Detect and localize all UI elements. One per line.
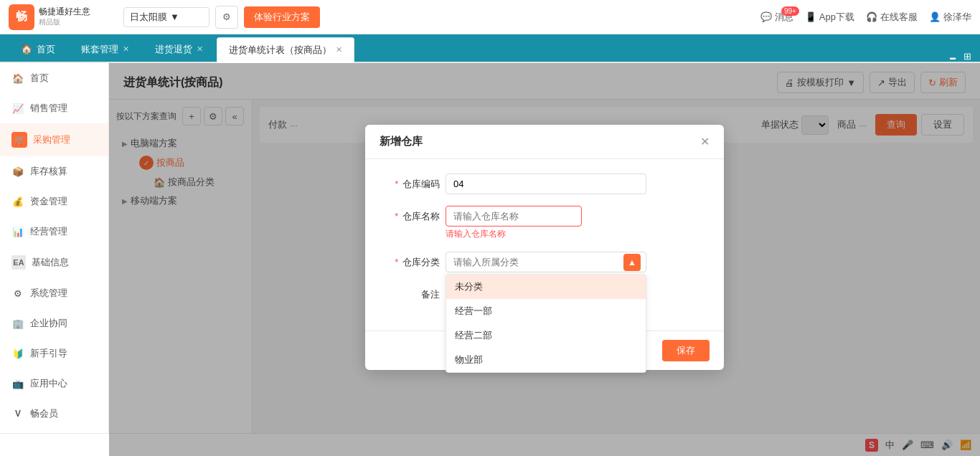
tab-accounts-label: 账套管理: [81, 43, 118, 56]
sidebar-item-inventory[interactable]: 📦 库存核算: [0, 156, 108, 186]
modal-body: * 仓库编码 * 仓库名称 请输入仓库名称: [365, 159, 724, 331]
note-label: 备注: [382, 284, 440, 301]
trial-button[interactable]: 体验行业方案: [244, 6, 320, 28]
name-label: * 仓库名称: [382, 206, 440, 223]
store-selector[interactable]: 日太阳膜 ▼: [123, 7, 209, 27]
sidebar: 🏠 首页 📈 销售管理 🛒 采购管理 📦 库存核算 💰 资金管理 📊 经营管理 …: [0, 63, 109, 456]
category-toggle-button[interactable]: ▲: [623, 253, 641, 270]
tab-purchase-return-close[interactable]: ✕: [197, 44, 203, 54]
tab-purchase-return-label: 进货退货: [155, 43, 192, 56]
tab-purchase-stats-label: 进货单统计表（按商品）: [229, 44, 331, 57]
sidebar-item-apps[interactable]: 📺 应用中心: [0, 369, 108, 399]
sidebar-item-basic[interactable]: EA 基础信息: [0, 247, 108, 278]
sidebar-item-collab[interactable]: 🏢 企业协同: [0, 308, 108, 338]
code-label: * 仓库编码: [382, 174, 440, 191]
form-row-category: * 仓库分类 ▲ 未分类 经营一部 经营二部 物业部: [382, 252, 707, 272]
content-area: 进货单统计(按商品) 🖨 按模板打印 ▼ ↗ 导出 ↻ 刷新: [109, 63, 980, 456]
vip-icon: V: [11, 407, 24, 420]
sidebar-label-operation: 经营管理: [30, 225, 67, 238]
collab-icon: 🏢: [11, 317, 24, 330]
modal-title: 新增仓库: [380, 135, 423, 148]
purchase-icon: 🛒: [11, 132, 27, 148]
home-icon: 🏠: [21, 44, 32, 54]
user-icon: 👤: [929, 11, 941, 22]
form-row-name: * 仓库名称 请输入仓库名称: [382, 206, 707, 240]
tab-actions: 🗕 ⊞: [948, 51, 971, 62]
dropdown-item-0[interactable]: 未分类: [446, 275, 646, 299]
sidebar-item-purchase[interactable]: 🛒 采购管理: [0, 123, 108, 156]
save-button[interactable]: 保存: [662, 340, 710, 361]
logo-sub: 精品版: [39, 17, 90, 27]
sidebar-label-purchase: 采购管理: [33, 133, 70, 146]
message-button[interactable]: 💬 消息 99+: [760, 11, 793, 24]
tab-action-minimize[interactable]: 🗕: [948, 51, 958, 62]
dropdown-item-3[interactable]: 物业部: [446, 348, 646, 372]
dropdown-item-1[interactable]: 经营一部: [446, 299, 646, 323]
warehouse-code-input[interactable]: [446, 174, 646, 194]
tab-purchase-stats-close[interactable]: ✕: [336, 45, 342, 54]
message-icon: 💬: [760, 11, 772, 22]
tab-bar: 🏠 首页 账套管理 ✕ 进货退货 ✕ 进货单统计表（按商品） ✕ 🗕 ⊞: [0, 34, 980, 63]
tab-action-expand[interactable]: ⊞: [963, 51, 971, 62]
app-download-button[interactable]: 📱 App下载: [805, 11, 854, 24]
top-right-area: 💬 消息 99+ 📱 App下载 🎧 在线客服 👤 徐泽华: [760, 11, 971, 24]
sidebar-label-home: 首页: [30, 72, 49, 85]
phone-icon: 📱: [805, 11, 816, 22]
user-profile-button[interactable]: 👤 徐泽华: [929, 11, 971, 24]
tab-home[interactable]: 🏠 首页: [9, 36, 67, 62]
sidebar-label-basic: 基础信息: [32, 256, 69, 269]
sidebar-label-apps: 应用中心: [30, 377, 67, 390]
tab-home-label: 首页: [37, 43, 55, 56]
sidebar-item-guide[interactable]: 🔰 新手引导: [0, 338, 108, 369]
logo-area: 畅 畅捷通好生意 精品版: [9, 4, 118, 30]
category-input[interactable]: [446, 252, 646, 272]
sidebar-label-collab: 企业协同: [30, 317, 67, 330]
warehouse-name-input[interactable]: [446, 206, 582, 227]
category-dropdown: 未分类 经营一部 经营二部 物业部: [446, 274, 646, 373]
dropdown-item-2[interactable]: 经营二部: [446, 323, 646, 348]
sidebar-item-finance[interactable]: 💰 资金管理: [0, 186, 108, 217]
top-navbar: 畅 畅捷通好生意 精品版 日太阳膜 ▼ ⚙ 体验行业方案 💬 消息 99+ 📱 …: [0, 0, 980, 34]
basic-info-icon: EA: [11, 255, 26, 270]
headset-icon: 🎧: [866, 11, 877, 22]
sidebar-label-system: 系统管理: [30, 287, 67, 300]
sidebar-label-vip: 畅会员: [30, 407, 58, 420]
name-error-msg: 请输入仓库名称: [446, 228, 707, 240]
sidebar-item-system[interactable]: ⚙ 系统管理: [0, 278, 108, 308]
sidebar-item-operation[interactable]: 📊 经营管理: [0, 217, 108, 247]
store-name: 日太阳膜: [130, 11, 167, 24]
finance-icon: 💰: [11, 195, 24, 208]
tab-accounts[interactable]: 账套管理 ✕: [69, 36, 141, 62]
home-icon: 🏠: [11, 72, 24, 85]
settings-button[interactable]: ⚙: [215, 6, 238, 29]
sidebar-label-finance: 资金管理: [30, 195, 67, 208]
sidebar-item-home[interactable]: 🏠 首页: [0, 63, 108, 93]
tab-purchase-return[interactable]: 进货退货 ✕: [143, 36, 215, 62]
modal-header: 新增仓库 ✕: [365, 125, 724, 159]
operation-icon: 📊: [11, 225, 24, 238]
sidebar-label-guide: 新手引导: [30, 347, 67, 360]
logo-text: 畅捷通好生意: [39, 6, 90, 18]
sidebar-item-vip[interactable]: V 畅会员: [0, 399, 108, 429]
category-label: * 仓库分类: [382, 252, 440, 269]
message-badge: 99+: [781, 6, 799, 16]
add-warehouse-modal: 新增仓库 ✕ * 仓库编码 * 仓库名称: [365, 125, 724, 370]
apps-icon: 📺: [11, 377, 24, 390]
modal-close-button[interactable]: ✕: [700, 135, 710, 148]
tab-accounts-close[interactable]: ✕: [123, 44, 129, 54]
sidebar-label-inventory: 库存核算: [30, 165, 67, 178]
tab-purchase-stats[interactable]: 进货单统计表（按商品） ✕: [217, 37, 354, 63]
sidebar-item-sales[interactable]: 📈 销售管理: [0, 93, 108, 123]
system-icon: ⚙: [11, 287, 24, 300]
main-layout: 🏠 首页 📈 销售管理 🛒 采购管理 📦 库存核算 💰 资金管理 📊 经营管理 …: [0, 63, 980, 456]
inventory-icon: 📦: [11, 165, 24, 178]
guide-icon: 🔰: [11, 347, 24, 360]
sales-icon: 📈: [11, 102, 24, 115]
sidebar-label-sales: 销售管理: [30, 102, 67, 115]
form-row-code: * 仓库编码: [382, 174, 707, 194]
category-input-wrap: ▲ 未分类 经营一部 经营二部 物业部: [446, 252, 646, 272]
logo-icon: 畅: [9, 4, 34, 30]
chevron-down-icon: ▼: [170, 11, 179, 22]
online-service-button[interactable]: 🎧 在线客服: [866, 11, 918, 24]
gear-icon: ⚙: [222, 11, 231, 22]
